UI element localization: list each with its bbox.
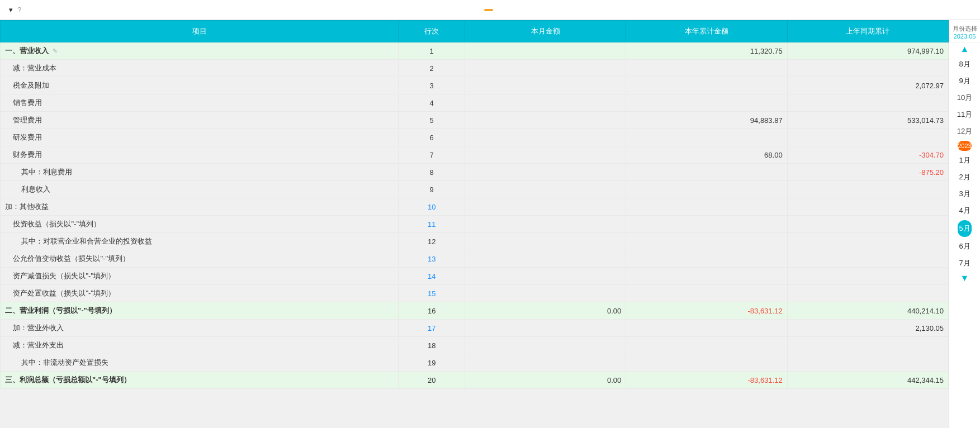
table-cell-rownumber: 13 (399, 250, 465, 268)
table-cell-item: 资产处置收益（损失以"-"填列） (1, 285, 399, 302)
table-cell-item: 其中：非流动资产处置损失 (1, 354, 399, 372)
table-cell-rownumber: 6 (399, 129, 465, 146)
table-cell-rownumber: 17 (399, 320, 465, 337)
table-cell-month (465, 94, 626, 112)
month-item[interactable]: 6月 (955, 238, 973, 255)
scroll-up-button[interactable]: ▲ (960, 45, 969, 54)
table-cell-prev: 442,344.15 (787, 372, 948, 389)
help-icon[interactable]: ? (17, 6, 21, 14)
table-cell-rownumber: 20 (399, 372, 465, 389)
table-cell-year: 68.00 (626, 146, 787, 164)
table-cell-prev (787, 337, 948, 354)
table-cell-item: 资产减值损失（损失以"-"填列） (1, 268, 399, 285)
table-cell-rownumber: 16 (399, 302, 465, 320)
table-cell-rownumber: 1 (399, 42, 465, 60)
table-cell-year (626, 320, 787, 337)
month-item[interactable]: 7月 (955, 255, 973, 272)
table-cell-rownumber: 10 (399, 198, 465, 216)
main-container: 项目 行次 本月金额 本年累计金额 上年同期累计 一、营业收入 ✎111,320… (0, 20, 980, 428)
month-item[interactable]: 3月 (955, 186, 973, 202)
table-cell-item: 其中：利息费用 (1, 164, 399, 181)
top-bar-center (475, 9, 493, 11)
table-cell-item: 公允价值变动收益（损失以"-"填列） (1, 250, 399, 268)
month-item[interactable]: 2023 (958, 141, 971, 151)
table-cell-year (626, 198, 787, 216)
table-cell-prev: -875.20 (787, 164, 948, 181)
nav-arrows-bottom: ▼ (960, 272, 969, 285)
table-cell-item: 加：营业外收入 (1, 320, 399, 337)
table-cell-year: -83,631.12 (626, 302, 787, 320)
table-cell-month (465, 146, 626, 164)
month-item[interactable]: 5月 (958, 220, 971, 237)
table-cell-year: -83,631.12 (626, 372, 787, 389)
edit-icon[interactable]: ✎ (51, 47, 58, 54)
top-bar: ▾ ? (0, 0, 980, 20)
month-item[interactable]: 10月 (955, 89, 973, 106)
table-cell-rownumber: 12 (399, 233, 465, 250)
table-cell-prev (787, 216, 948, 233)
year-month-label: 2023.05 (954, 33, 976, 40)
header-year: 本年累计金额 (626, 21, 787, 42)
scroll-down-button[interactable]: ▼ (960, 274, 969, 283)
table-cell-prev (787, 285, 948, 302)
table-cell-rownumber: 2 (399, 60, 465, 77)
table-cell-month (465, 129, 626, 146)
table-cell-month (465, 285, 626, 302)
table-cell-prev (787, 181, 948, 198)
table-cell-year (626, 250, 787, 268)
month-sidebar: 月份选择 2023.05 ▲ 8月9月10月11月12月20231月2月3月4月… (949, 20, 980, 428)
table-cell-item: 三、利润总额（亏损总额以"-"号填列） (1, 372, 399, 389)
table-cell-item: 利息收入 (1, 181, 399, 198)
table-cell-item: 销售费用 (1, 94, 399, 112)
table-cell-rownumber: 5 (399, 112, 465, 129)
table-cell-year (626, 216, 787, 233)
table-cell-month (465, 164, 626, 181)
org-selector[interactable]: ▾ (7, 6, 13, 14)
table-cell-prev: 2,130.05 (787, 320, 948, 337)
table-cell-prev: 2,072.97 (787, 77, 948, 94)
status-badge (484, 9, 493, 11)
table-cell-month: 0.00 (465, 302, 626, 320)
nav-arrows: ▲ (960, 42, 969, 56)
table-cell-item: 减：营业外支出 (1, 337, 399, 354)
table-cell-item: 财务费用 (1, 146, 399, 164)
table-cell-prev (787, 129, 948, 146)
table-cell-rownumber: 3 (399, 77, 465, 94)
table-cell-rownumber: 19 (399, 354, 465, 372)
header-item: 项目 (1, 21, 399, 42)
table-cell-prev (787, 94, 948, 112)
month-item[interactable]: 12月 (955, 123, 973, 140)
table-cell-rownumber: 4 (399, 94, 465, 112)
month-item[interactable]: 11月 (955, 106, 973, 123)
month-item[interactable]: 4月 (955, 202, 973, 219)
table-cell-year (626, 354, 787, 372)
table-cell-rownumber: 8 (399, 164, 465, 181)
table-cell-rownumber: 11 (399, 216, 465, 233)
month-item[interactable]: 8月 (955, 56, 973, 73)
header-prev: 上年同期累计 (787, 21, 948, 42)
table-cell-item: 研发费用 (1, 129, 399, 146)
table-cell-prev (787, 354, 948, 372)
report-table: 项目 行次 本月金额 本年累计金额 上年同期累计 一、营业收入 ✎111,320… (0, 20, 949, 389)
table-cell-month (465, 60, 626, 77)
table-cell-year (626, 60, 787, 77)
table-cell-month: 0.00 (465, 372, 626, 389)
table-cell-year: 94,883.87 (626, 112, 787, 129)
table-cell-year (626, 129, 787, 146)
header-month: 本月金额 (465, 21, 626, 42)
table-cell-month (465, 320, 626, 337)
header-row: 行次 (399, 21, 465, 42)
month-item[interactable]: 2月 (955, 169, 973, 186)
table-cell-rownumber: 15 (399, 285, 465, 302)
table-cell-item: 其中：对联营企业和合营企业的投资收益 (1, 233, 399, 250)
table-cell-item: 管理费用 (1, 112, 399, 129)
table-cell-prev: 440,214.10 (787, 302, 948, 320)
table-cell-prev: 974,997.10 (787, 42, 948, 60)
table-cell-item: 加：其他收益 (1, 198, 399, 216)
table-cell-month (465, 250, 626, 268)
month-item[interactable]: 9月 (955, 73, 973, 89)
table-cell-month (465, 268, 626, 285)
month-item[interactable]: 1月 (955, 152, 973, 169)
table-cell-year (626, 94, 787, 112)
table-cell-month (465, 216, 626, 233)
